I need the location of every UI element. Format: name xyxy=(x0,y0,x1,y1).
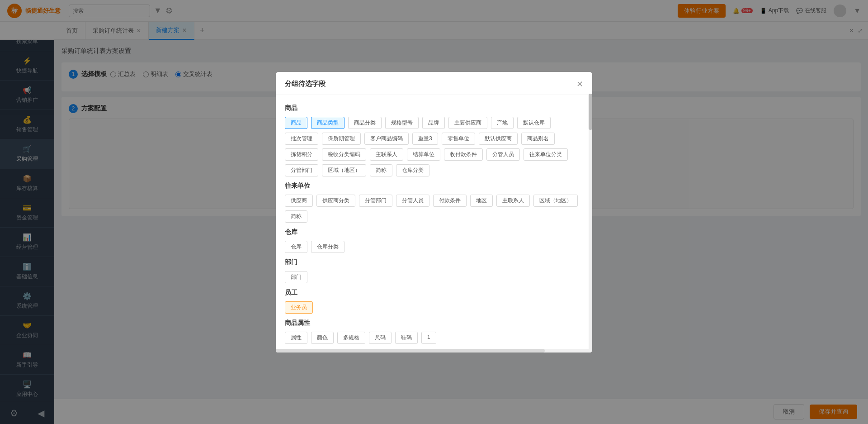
field-grid-employee: 业务员 xyxy=(285,301,583,314)
field-tag-简称[interactable]: 简称 xyxy=(370,164,392,176)
field-tag-尺码[interactable]: 尺码 xyxy=(369,332,392,344)
section-title-department: 部门 xyxy=(285,258,583,267)
field-tag-主联系人[interactable]: 主联系人 xyxy=(496,195,530,207)
field-tag-保质期管理[interactable]: 保质期管理 xyxy=(322,133,361,145)
field-tag-往来单位分类[interactable]: 往来单位分类 xyxy=(524,148,568,161)
field-grid-product_attr: 属性颜色多规格尺码鞋码1 xyxy=(285,332,583,344)
modal-dialog: 分组待选字段 ✕ 商品商品商品类型商品分类规格型号品牌主要供应商产地默认仓库批次… xyxy=(276,72,592,353)
section-title-partner: 往来单位 xyxy=(285,182,583,190)
field-tag-产地[interactable]: 产地 xyxy=(491,117,514,129)
field-tag-重量3[interactable]: 重量3 xyxy=(412,133,438,145)
section-title-product_attr: 商品属性 xyxy=(285,319,583,327)
field-tag-商品类型[interactable]: 商品类型 xyxy=(311,117,344,129)
field-tag-默认仓库[interactable]: 默认仓库 xyxy=(517,117,551,129)
modal-overlay: 分组待选字段 ✕ 商品商品商品类型商品分类规格型号品牌主要供应商产地默认仓库批次… xyxy=(0,0,868,424)
field-tag-结算单位[interactable]: 结算单位 xyxy=(407,148,440,161)
modal-header: 分组待选字段 ✕ xyxy=(276,72,592,95)
field-tag-主联系人[interactable]: 主联系人 xyxy=(370,148,403,161)
field-tag-仓库[interactable]: 仓库 xyxy=(285,241,307,253)
field-tag-仓库分类[interactable]: 仓库分类 xyxy=(311,241,344,253)
field-tag-规格型号[interactable]: 规格型号 xyxy=(385,117,419,129)
field-tag-供应商分类[interactable]: 供应商分类 xyxy=(316,195,355,207)
modal-hscrollbar-thumb xyxy=(276,349,545,353)
field-tag-1[interactable]: 1 xyxy=(421,332,436,344)
field-tag-零售单位[interactable]: 零售单位 xyxy=(442,133,475,145)
field-tag-分管部门[interactable]: 分管部门 xyxy=(359,195,392,207)
modal-scrollbar-track xyxy=(589,94,592,353)
modal-scrollbar-thumb xyxy=(589,94,592,130)
section-title-employee: 员工 xyxy=(285,289,583,297)
field-tag-业务员[interactable]: 业务员 xyxy=(285,301,313,314)
field-tag-部门[interactable]: 部门 xyxy=(285,271,307,283)
modal-title: 分组待选字段 xyxy=(285,80,326,88)
modal-hscrollbar xyxy=(276,349,592,352)
field-grid-department: 部门 xyxy=(285,271,583,283)
field-tag-商品别名[interactable]: 商品别名 xyxy=(521,133,555,145)
field-tag-拣货积分[interactable]: 拣货积分 xyxy=(285,148,318,161)
field-tag-属性[interactable]: 属性 xyxy=(285,332,307,344)
field-tag-分管人员[interactable]: 分管人员 xyxy=(396,195,429,207)
field-tag-鞋码[interactable]: 鞋码 xyxy=(395,332,418,344)
field-grid-warehouse: 仓库仓库分类 xyxy=(285,241,583,253)
field-tag-颜色[interactable]: 颜色 xyxy=(311,332,334,344)
field-tag-分管人员[interactable]: 分管人员 xyxy=(486,148,520,161)
section-title-warehouse: 仓库 xyxy=(285,228,583,236)
field-tag-客户商品编码[interactable]: 客户商品编码 xyxy=(364,133,409,145)
field-tag-商品分类[interactable]: 商品分类 xyxy=(348,117,382,129)
field-tag-供应商[interactable]: 供应商 xyxy=(285,195,313,207)
modal-close-button[interactable]: ✕ xyxy=(576,79,583,89)
field-tag-区域（地区）[interactable]: 区域（地区） xyxy=(322,164,366,176)
modal-body[interactable]: 商品商品商品类型商品分类规格型号品牌主要供应商产地默认仓库批次管理保质期管理客户… xyxy=(276,95,592,349)
field-tag-批次管理[interactable]: 批次管理 xyxy=(285,133,318,145)
field-tag-品牌[interactable]: 品牌 xyxy=(422,117,445,129)
field-tag-仓库分类[interactable]: 仓库分类 xyxy=(396,164,429,176)
field-tag-区域（地区）[interactable]: 区域（地区） xyxy=(533,195,578,207)
field-tag-付款条件[interactable]: 付款条件 xyxy=(433,195,467,207)
field-tag-收付款条件[interactable]: 收付款条件 xyxy=(444,148,483,161)
field-tag-商品[interactable]: 商品 xyxy=(285,117,307,129)
field-grid-partner: 供应商供应商分类分管部门分管人员付款条件地区主联系人区域（地区）简称 xyxy=(285,195,583,223)
section-title-goods: 商品 xyxy=(285,104,583,112)
field-tag-多规格[interactable]: 多规格 xyxy=(337,332,365,344)
field-grid-goods: 商品商品类型商品分类规格型号品牌主要供应商产地默认仓库批次管理保质期管理客户商品… xyxy=(285,117,583,176)
field-tag-默认供应商[interactable]: 默认供应商 xyxy=(479,133,518,145)
field-tag-地区[interactable]: 地区 xyxy=(470,195,493,207)
field-tag-主要供应商[interactable]: 主要供应商 xyxy=(448,117,487,129)
field-tag-税收分类编码[interactable]: 税收分类编码 xyxy=(322,148,366,161)
field-tag-分管部门[interactable]: 分管部门 xyxy=(285,164,318,176)
field-tag-简称[interactable]: 简称 xyxy=(285,210,307,223)
